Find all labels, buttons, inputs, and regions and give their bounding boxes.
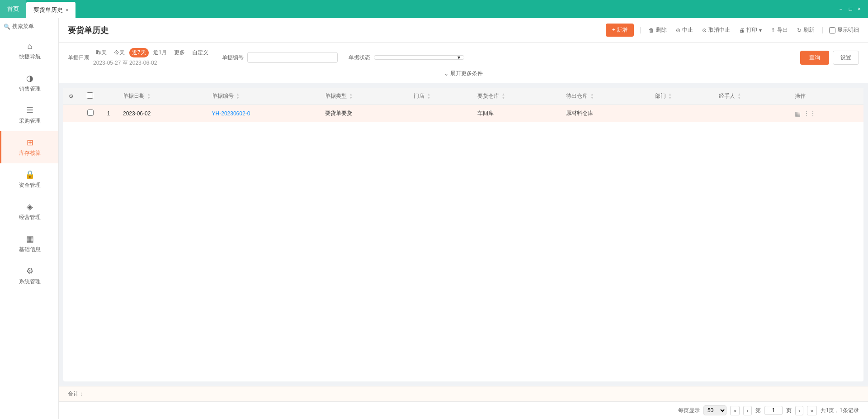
date-option-today[interactable]: 今天 (111, 48, 127, 57)
sidebar-item-system-label: 系统管理 (19, 278, 41, 286)
docno-filter: 单据编号 (222, 52, 338, 63)
delete-button[interactable]: 🗑 删除 (647, 26, 669, 34)
table-row: 1 2023-06-02 YH-20230602-0 要货单要货 (63, 105, 863, 122)
docno-sort-icon (236, 93, 240, 100)
th-handler[interactable]: 经手人 (713, 88, 790, 105)
td-doctype: 要货单要货 (320, 105, 408, 122)
query-button[interactable]: 查询 (800, 51, 829, 65)
sidebar-item-finance-label: 资金管理 (19, 181, 41, 189)
summary-label: 合计： (68, 390, 84, 398)
status-filter: 单据状态 ▾ (349, 54, 464, 62)
select-all-checkbox[interactable] (87, 92, 93, 99)
next-page-btn[interactable]: › (795, 406, 803, 415)
page-label: 第 (755, 407, 761, 414)
first-page-btn[interactable]: « (730, 406, 740, 415)
page-unit: 页 (786, 407, 792, 414)
sidebar-item-finance[interactable]: 🔒 资金管理 (0, 163, 58, 195)
th-date[interactable]: 单据日期 (118, 88, 207, 105)
window-minimize-btn[interactable]: － (838, 5, 844, 13)
status-select-arrow: ▾ (458, 54, 460, 61)
per-page-select[interactable]: 50 100 200 (703, 405, 726, 415)
filter-row: 单据日期 昨天 今天 近7天 近1月 更多 自定义 2023-05-27 至 2… (68, 48, 859, 67)
row-docno-link[interactable]: YH-20230602-0 (212, 110, 250, 117)
date-option-7days[interactable]: 近7天 (129, 48, 149, 57)
sidebar-item-operation[interactable]: ◈ 经营管理 (0, 195, 58, 228)
status-filter-label: 单据状态 (349, 54, 370, 62)
date-option-custom[interactable]: 自定义 (189, 48, 211, 57)
th-pendwarehouse[interactable]: 待出仓库 (561, 88, 649, 105)
last-page-btn[interactable]: » (807, 406, 816, 415)
cancel-stop-label: 取消中止 (708, 26, 730, 34)
settings-button[interactable]: 设置 (833, 51, 859, 65)
row-checkbox[interactable] (87, 110, 94, 116)
search-icon: 🔍 (4, 24, 10, 30)
row-edit-icon[interactable]: ▦ (795, 110, 801, 117)
window-maximize-btn[interactable]: □ (849, 6, 852, 12)
sidebar-item-quick-nav[interactable]: ⌂ 快捷导航 (0, 35, 58, 67)
display-detail-checkbox[interactable] (829, 27, 835, 33)
export-icon: ↥ (771, 27, 775, 33)
sidebar-item-basic[interactable]: ▦ 基础信息 (0, 228, 58, 260)
page-input[interactable] (764, 406, 783, 415)
toolbar: + 新增 🗑 删除 ⊘ 中止 ⊙ 取消中止 🖨 (606, 24, 859, 37)
date-option-yesterday[interactable]: 昨天 (93, 48, 109, 57)
tab-home-label: 首页 (7, 5, 19, 13)
docno-input[interactable] (247, 52, 338, 63)
pendwarehouse-sort-icon (590, 93, 594, 100)
print-dropdown-icon[interactable]: ▾ (759, 27, 762, 33)
basic-icon: ▦ (26, 234, 34, 244)
stop-label: 中止 (682, 26, 693, 34)
row-num: 1 (107, 110, 110, 117)
filter-area: 单据日期 昨天 今天 近7天 近1月 更多 自定义 2023-05-27 至 2… (59, 43, 868, 83)
th-doctype[interactable]: 单据类型 (320, 88, 408, 105)
date-options: 昨天 今天 近7天 近1月 更多 自定义 (93, 48, 211, 57)
sidebar-item-system[interactable]: ⚙ 系统管理 (0, 260, 58, 292)
per-page-label: 每页显示 (678, 407, 700, 414)
th-docno[interactable]: 单据编号 (207, 88, 320, 105)
date-option-more[interactable]: 更多 (171, 48, 188, 57)
new-button[interactable]: + 新增 (606, 24, 634, 37)
th-action: 操作 (789, 88, 863, 105)
display-detail-label: 显示明细 (837, 26, 859, 34)
date-sort-icon (147, 93, 151, 100)
stop-button[interactable]: ⊘ 中止 (674, 26, 695, 34)
tab-active-label: 要货单历史 (33, 6, 63, 14)
refresh-button[interactable]: ↻ 刷新 (795, 26, 816, 34)
print-button[interactable]: 🖨 打印 ▾ (737, 26, 764, 34)
td-settings (63, 105, 81, 122)
tab-active[interactable]: 要货单历史 × (26, 2, 75, 18)
window-close-btn[interactable]: × (858, 6, 861, 12)
row-actions: ▦ ⋮⋮ (795, 110, 858, 117)
cancel-stop-button[interactable]: ⊙ 取消中止 (700, 26, 732, 34)
prev-page-btn[interactable]: ‹ (743, 406, 751, 415)
search-menu-bar[interactable]: 🔍 搜索菜单 (0, 18, 58, 35)
td-docno: YH-20230602-0 (207, 105, 320, 122)
display-detail-container[interactable]: 显示明细 (829, 26, 859, 34)
th-settings[interactable]: ⚙ (63, 88, 81, 105)
table-header-row: ⚙ 单据日期 单据编号 (63, 88, 863, 105)
sidebar-item-purchase-label: 采购管理 (19, 117, 41, 125)
date-option-1month[interactable]: 近1月 (151, 48, 170, 57)
th-store[interactable]: 门店 (408, 88, 472, 105)
print-label: 打印 (746, 26, 757, 34)
td-handler (713, 105, 790, 122)
table-container: ⚙ 单据日期 单据编号 (63, 88, 863, 381)
export-button[interactable]: ↥ 导出 (769, 26, 790, 34)
date-filter-label: 单据日期 (68, 54, 90, 62)
expand-more-btn[interactable]: ⌄ 展开更多条件 (68, 67, 859, 77)
th-reqwarehouse[interactable]: 要货仓库 (472, 88, 561, 105)
sidebar-item-inventory[interactable]: ⊞ 库存核算 (0, 131, 58, 163)
tab-close-icon[interactable]: × (66, 7, 68, 13)
tab-home[interactable]: 首页 (0, 0, 26, 18)
sidebar-item-inventory-label: 库存核算 (19, 149, 41, 157)
print-icon: 🖨 (739, 27, 745, 33)
row-pendwarehouse: 原材料仓库 (566, 110, 593, 116)
sidebar-item-purchase[interactable]: ☰ 采购管理 (0, 99, 58, 131)
td-dept (650, 105, 713, 122)
status-select[interactable]: ▾ (374, 55, 464, 60)
finance-icon: 🔒 (25, 170, 35, 180)
sidebar-item-sales[interactable]: ◑ 销售管理 (0, 67, 58, 99)
th-dept[interactable]: 部门 (650, 88, 713, 105)
dept-sort-icon (668, 93, 672, 100)
row-more-icon[interactable]: ⋮⋮ (803, 110, 816, 117)
